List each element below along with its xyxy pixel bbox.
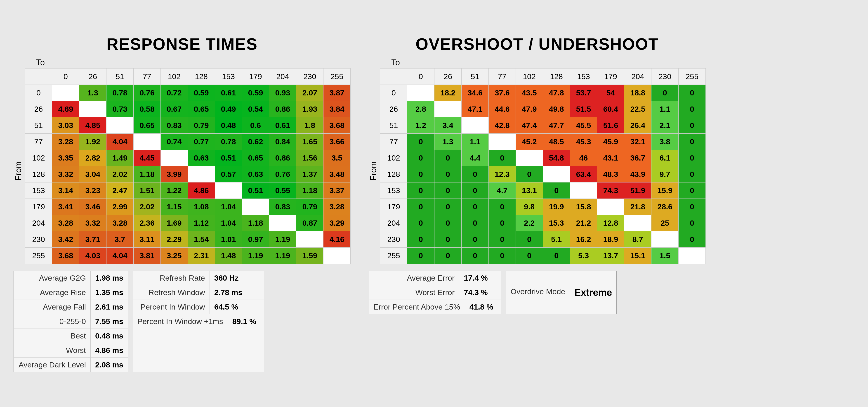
matrix-cell: 1.18 xyxy=(242,215,269,231)
matrix-cell: 51.5 xyxy=(570,101,597,117)
matrix-cell: 0 xyxy=(434,166,462,183)
rt-refresh-window-row: Refresh Window 2.78 ms xyxy=(133,285,264,300)
matrix-cell: 15.1 xyxy=(624,248,651,264)
matrix-cell xyxy=(79,101,106,117)
matrix-cell: 0 xyxy=(434,231,462,248)
matrix-cell: 0 xyxy=(407,199,434,215)
matrix-cell: 25 xyxy=(651,215,679,231)
col-header: 102 xyxy=(516,68,543,85)
matrix-cell xyxy=(323,248,350,264)
matrix-cell: 26.4 xyxy=(624,117,651,134)
rt-avg-fall-row: Average Fall 2.61 ms xyxy=(14,300,128,314)
os-overdrive-label: Overdrive Mode xyxy=(506,284,570,301)
matrix-cell: 2.31 xyxy=(188,248,215,264)
matrix-cell: 5.1 xyxy=(543,231,570,248)
os-axis-to: To xyxy=(391,58,706,67)
matrix-cell: 1.1 xyxy=(651,101,679,117)
rt-avg-g2g-value: 1.98 ms xyxy=(91,271,128,285)
matrix-cell: 1.92 xyxy=(79,134,106,150)
matrix-cell: 15.3 xyxy=(543,215,570,231)
rt-avg-dark-row: Average Dark Level 2.08 ms xyxy=(14,358,128,372)
rt-refresh-window-value: 2.78 ms xyxy=(210,285,247,300)
matrix-cell: 2.36 xyxy=(133,215,161,231)
matrix-cell: 3.11 xyxy=(133,231,161,248)
col-header: 128 xyxy=(543,68,570,85)
os-matrix-with-from: From 0265177102128153179204230255018.234… xyxy=(369,68,706,264)
matrix-cell: 0.86 xyxy=(269,150,296,166)
rt-stats-left: Average G2G 1.98 ms Average Rise 1.35 ms… xyxy=(13,271,128,372)
matrix-cell: 0 xyxy=(516,166,543,183)
matrix-cell: 0 xyxy=(679,199,706,215)
matrix-cell: 0.59 xyxy=(242,85,269,101)
matrix-cell: 3.28 xyxy=(52,134,79,150)
response-times-table: 026517710212815317920423025501.30.780.76… xyxy=(25,68,350,264)
matrix-cell: 45.2 xyxy=(516,134,543,150)
matrix-cell: 1.22 xyxy=(161,183,188,199)
matrix-cell: 1.5 xyxy=(651,248,679,264)
os-stats-block: Average Error 17.4 % Worst Error 74.3 % … xyxy=(369,271,501,314)
matrix-cell: 47.9 xyxy=(516,101,543,117)
rt-avg-fall-label: Average Fall xyxy=(14,300,91,314)
matrix-cell: 0.58 xyxy=(133,101,161,117)
matrix-cell: 1.18 xyxy=(133,166,161,183)
rt-best-row: Best 0.48 ms xyxy=(14,329,128,343)
matrix-cell xyxy=(434,101,462,117)
matrix-cell: 0 xyxy=(679,134,706,150)
matrix-cell: 13.1 xyxy=(516,183,543,199)
rt-0255-row: 0-255-0 7.55 ms xyxy=(14,314,128,329)
rt-0255-value: 7.55 ms xyxy=(91,314,128,328)
matrix-cell: 1.19 xyxy=(269,231,296,248)
matrix-cell: 0 xyxy=(489,150,516,166)
matrix-cell: 2.82 xyxy=(79,150,106,166)
matrix-cell: 0.57 xyxy=(215,166,242,183)
matrix-cell: 0.67 xyxy=(161,101,188,117)
matrix-cell: 0 xyxy=(462,215,489,231)
col-header: 77 xyxy=(489,68,516,85)
rt-pct-window-1ms-row: Percent In Window +1ms 89.1 % xyxy=(133,314,264,328)
matrix-cell: 48.5 xyxy=(543,134,570,150)
matrix-cell: 2.1 xyxy=(651,117,679,134)
matrix-cell xyxy=(52,85,79,101)
matrix-cell: 3.32 xyxy=(52,166,79,183)
matrix-cell: 0 xyxy=(516,231,543,248)
matrix-cell: 0 xyxy=(679,117,706,134)
matrix-cell: 8.7 xyxy=(624,231,651,248)
matrix-cell xyxy=(597,199,624,215)
col-header: 77 xyxy=(133,68,161,85)
matrix-cell: 0 xyxy=(462,166,489,183)
matrix-cell: 3.48 xyxy=(323,166,350,183)
os-stats-section: Average Error 17.4 % Worst Error 74.3 % … xyxy=(369,271,617,314)
matrix-cell: 1.48 xyxy=(215,248,242,264)
matrix-cell: 3.66 xyxy=(323,134,350,150)
matrix-cell: 0 xyxy=(679,150,706,166)
os-avg-error-value: 17.4 % xyxy=(459,271,495,285)
matrix-cell: 0.51 xyxy=(215,150,242,166)
os-avg-error-row: Average Error 17.4 % xyxy=(369,271,501,285)
matrix-cell: 0.49 xyxy=(215,101,242,117)
matrix-cell: 1.08 xyxy=(188,199,215,215)
col-header: 230 xyxy=(296,68,323,85)
matrix-cell: 54 xyxy=(597,85,624,101)
matrix-cell: 2.07 xyxy=(296,85,323,101)
row-header: 179 xyxy=(25,199,52,215)
matrix-cell: 0.62 xyxy=(242,134,269,150)
matrix-cell xyxy=(543,166,570,183)
matrix-cell: 0.61 xyxy=(269,117,296,134)
matrix-cell: 4.04 xyxy=(106,248,133,264)
matrix-cell: 0.74 xyxy=(161,134,188,150)
matrix-cell: 3.4 xyxy=(434,117,462,134)
matrix-cell: 0.86 xyxy=(269,101,296,117)
matrix-cell: 1.93 xyxy=(296,101,323,117)
matrix-cell: 2.8 xyxy=(407,101,434,117)
matrix-cell: 3.68 xyxy=(52,248,79,264)
matrix-cell: 3.99 xyxy=(161,166,188,183)
matrix-cell: 0.65 xyxy=(242,150,269,166)
matrix-cell: 0 xyxy=(679,101,706,117)
matrix-cell: 3.28 xyxy=(323,199,350,215)
matrix-cell: 0 xyxy=(516,248,543,264)
col-header: 51 xyxy=(106,68,133,85)
matrix-cell: 2.29 xyxy=(161,231,188,248)
matrix-cell: 0.6 xyxy=(242,117,269,134)
matrix-cell: 3.35 xyxy=(52,150,79,166)
matrix-cell: 0 xyxy=(434,183,462,199)
